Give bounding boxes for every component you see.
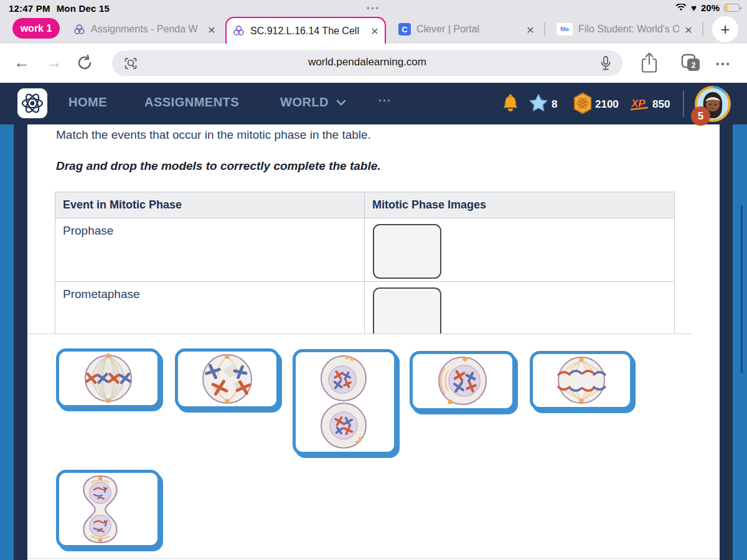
xp-count: 850 (652, 98, 670, 111)
prometaphase-cell-icon (181, 352, 274, 406)
battery-percent: 20% (701, 2, 720, 13)
bell-icon[interactable] (502, 94, 519, 114)
metaphase-cell-icon (62, 352, 155, 404)
world-frame-right-inner (720, 124, 733, 560)
star-count: 8 (552, 98, 557, 111)
content-cut-line (27, 334, 691, 334)
tab-switcher-button[interactable]: 2 (680, 52, 702, 73)
drag-card-metaphase[interactable] (56, 348, 161, 408)
drag-card-telophase-cytokinesis[interactable] (56, 470, 161, 548)
directions-text: Drag and drop the models to correctly co… (56, 159, 381, 173)
back-button[interactable]: ← (14, 52, 30, 72)
nav-assignments[interactable]: ASSIGNMENTS (144, 95, 239, 110)
coin-icon (573, 92, 593, 114)
tab-title: SC.912.L.16.14 The Cell (250, 26, 365, 37)
drop-zone-prometaphase[interactable] (373, 287, 441, 334)
table-row: Prometaphase (55, 282, 674, 334)
match-table-region: Event in Mitotic Phase Mitotic Phase Ima… (55, 192, 675, 334)
safari-tab-bar: work 1 Assignments - Penda W × SC.912.L.… (0, 16, 747, 44)
penda-header: HOME ASSIGNMENTS WORLD ... 8 2100 XP (0, 83, 747, 124)
anaphase-cell-icon (535, 355, 627, 406)
svg-text:2: 2 (692, 61, 696, 70)
table-header-row: Event in Mitotic Phase Mitotic Phase Ima… (55, 192, 674, 218)
drag-card-anaphase[interactable] (530, 351, 633, 410)
mic-icon[interactable] (599, 55, 613, 72)
close-tab-icon[interactable]: × (371, 24, 378, 37)
tab-filo-student[interactable]: filo Filo Student: World's O × (550, 16, 698, 42)
clever-favicon: C (398, 23, 411, 35)
tab-clever-portal[interactable]: C Clever | Portal × (392, 16, 540, 42)
share-icon[interactable] (640, 52, 659, 74)
event-label-prometaphase: Prometaphase (55, 282, 365, 334)
tab-title: Assignments - Penda W (91, 24, 202, 35)
xp-icon: XP (629, 95, 651, 114)
focus-heart-icon: ♥ (691, 3, 697, 12)
penda-favicon (73, 24, 85, 35)
scrollbar[interactable] (741, 205, 743, 373)
notification-badge[interactable]: 5 (691, 106, 710, 126)
tab-title: Clever | Portal (416, 24, 521, 35)
nav-world[interactable]: WORLD (280, 95, 346, 110)
drag-card-prometaphase[interactable] (175, 348, 280, 409)
multitask-dots: ••• (0, 4, 747, 12)
chevron-down-icon (336, 100, 346, 106)
ipad-screen: 12:47 PMMon Dec 15 ••• ♥ 20% work 1 Assi… (0, 0, 747, 560)
nav-overflow-button[interactable]: ... (378, 91, 392, 105)
event-label-prophase: Prophase (55, 218, 365, 282)
table-row: Prophase (55, 218, 674, 282)
drop-zone-prophase[interactable] (373, 224, 441, 279)
content-bottom-line (27, 558, 720, 559)
forward-button[interactable]: → (46, 52, 62, 72)
tab-active-cell-cycle[interactable]: SC.912.L.16.14 The Cell × (225, 17, 386, 44)
close-tab-icon[interactable]: × (208, 23, 215, 36)
wifi-icon (675, 4, 687, 12)
nav-home[interactable]: HOME (68, 95, 107, 110)
match-table: Event in Mitotic Phase Mitotic Phase Ima… (55, 192, 675, 334)
world-frame-left (0, 124, 14, 560)
instruction-text: Match the events that occur in the mitot… (56, 128, 371, 142)
telophase-cell-icon (62, 474, 155, 544)
tab-separator (544, 22, 545, 36)
tab-separator (702, 22, 703, 36)
drag-card-prophase[interactable] (410, 351, 515, 411)
status-bar: 12:47 PMMon Dec 15 ••• ♥ 20% (0, 0, 747, 16)
prophase-cell-icon (415, 355, 510, 408)
coin-count: 2100 (595, 98, 619, 111)
filo-favicon: filo (557, 23, 573, 35)
browser-more-button[interactable]: ••• (716, 58, 731, 69)
browser-toolbar: ← → world.pendalearning.com (0, 44, 747, 83)
penda-favicon (233, 25, 245, 37)
activity-panel: Match the events that occur in the mitot… (27, 124, 720, 560)
battery-icon (724, 4, 740, 12)
tab-group-pill[interactable]: work 1 (12, 18, 60, 39)
new-tab-button[interactable]: + (712, 16, 738, 42)
daughter-cells-icon (298, 353, 392, 451)
tab-title: Filo Student: World's O (578, 24, 679, 35)
penda-logo[interactable] (17, 88, 47, 118)
close-tab-icon[interactable]: × (685, 23, 692, 36)
star-icon (528, 93, 549, 114)
atom-icon (20, 91, 45, 116)
tab-assignments[interactable]: Assignments - Penda W × (67, 16, 222, 42)
world-frame-right (733, 124, 747, 560)
col-header-event: Event in Mitotic Phase (55, 192, 365, 218)
close-tab-icon[interactable]: × (527, 23, 534, 36)
reload-button[interactable] (76, 54, 93, 72)
url-text[interactable]: world.pendalearning.com (112, 56, 622, 68)
world-frame-left-inner (14, 124, 27, 560)
address-bar[interactable]: world.pendalearning.com (112, 50, 622, 76)
drag-card-two-daughter-cells[interactable] (293, 349, 397, 455)
col-header-images: Mitotic Phase Images (365, 192, 674, 218)
header-divider (683, 91, 684, 117)
